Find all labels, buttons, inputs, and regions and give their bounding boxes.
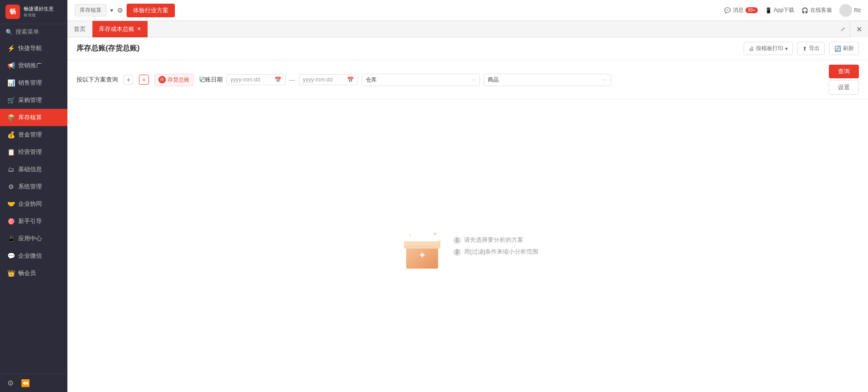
warehouse-field[interactable]: 仓库 ··· [362, 74, 480, 86]
topbar-right: 💬 消息 99+ 📱 App下载 🎧 在线客服 Rit [724, 4, 861, 17]
empty-illustration: ✦ ✦ ✦ ✦ [397, 223, 443, 269]
date-start-placeholder: yyyy-mm-dd [230, 76, 273, 83]
empty-tips: 1 请先选择要分析的方案 2 用[过滤]条件来缩小分析范围 [454, 234, 539, 258]
export-button[interactable]: ⬆ 导出 [797, 42, 825, 55]
sidebar-item-label: 新手引导 [18, 217, 42, 225]
tabbar-wrapper: 首页 库存成本总账 ✕ ✕ ⤢ [67, 21, 868, 37]
sidebar-item-purchase[interactable]: 🛒 采购管理 [0, 92, 67, 109]
print-template-button[interactable]: 🖨 按模板打印 ▾ [744, 42, 793, 55]
sidebar-item-inventory[interactable]: 📦 库存核算 [0, 109, 67, 126]
app-download-icon: 📱 [765, 7, 772, 14]
sidebar-item-wechat[interactable]: 💬 企业微信 [0, 247, 67, 265]
sidebar-item-system[interactable]: ⚙ 系统管理 [0, 178, 67, 195]
filter-area: 按以下方案查询 + « 存 存货总账 记账日期 yyyy-mm-dd 📅 — y… [67, 60, 868, 100]
sidebar-item-label: 系统管理 [18, 183, 42, 191]
promo-button[interactable]: 体验行业方案 [127, 4, 175, 17]
date-start-field[interactable]: yyyy-mm-dd 📅 [226, 74, 286, 85]
sidebar-item-label: 企业协同 [18, 200, 42, 208]
logo-icon: 畅 [5, 5, 20, 19]
empty-state: ✦ ✦ ✦ ✦ 1 [397, 223, 539, 269]
warehouse-more-icon[interactable]: ··· [472, 77, 476, 82]
sidebar-item-guide[interactable]: 🎯 新手引导 [0, 213, 67, 230]
tab-home[interactable]: 首页 [67, 21, 92, 37]
sidebar-item-finance[interactable]: 💰 资金管理 [0, 126, 67, 143]
user-name: Rit [854, 7, 861, 14]
tip-text-1: 请先选择要分析的方案 [464, 236, 523, 243]
page-area: 库存总账(存货总账) 🖨 按模板打印 ▾ ⬆ 导出 🔄 刷新 按以下方案查询 [67, 37, 868, 392]
sidebar-item-appstore[interactable]: 📱 应用中心 [0, 230, 67, 247]
sidebar-item-label: 企业微信 [18, 252, 42, 260]
sidebar-item-label: 营销推广 [18, 61, 42, 70]
appstore-icon: 📱 [7, 235, 15, 242]
dropdown-arrow: ▾ [785, 46, 788, 52]
sidebar-item-label: 经营管理 [18, 148, 42, 156]
breadcrumb: 库存核算 [75, 4, 107, 16]
tab-home-label: 首页 [74, 25, 86, 33]
date-separator: — [289, 76, 295, 83]
panel-expand-button[interactable]: ⤢ [836, 21, 850, 37]
refresh-button[interactable]: 🔄 刷新 [829, 42, 859, 55]
inventory-icon: 📦 [7, 114, 15, 121]
service-icon: 🎧 [802, 7, 808, 14]
wechat-icon: 💬 [7, 252, 15, 260]
sidebar-item-label: 资金管理 [18, 131, 42, 139]
quick-nav-icon: ⚡ [7, 45, 15, 52]
export-label: 导出 [809, 45, 820, 52]
operations-icon: 📋 [7, 148, 15, 156]
app-logo: 畅 畅捷通好生意 标准版 [0, 0, 67, 24]
filter-settings-button[interactable]: 设置 [829, 80, 859, 95]
finance-icon: 💰 [7, 131, 15, 138]
system-icon: ⚙ [7, 183, 15, 190]
sidebar-item-label: 销售管理 [18, 79, 42, 87]
calendar-end-icon[interactable]: 📅 [347, 76, 354, 83]
goods-field[interactable]: 商品 ··· [484, 74, 611, 86]
calendar-start-icon[interactable]: 📅 [275, 76, 281, 83]
sidebar-item-label: 基础信息 [18, 165, 42, 173]
dropdown-icon[interactable]: ▾ [110, 7, 113, 14]
sidebar-item-cooperation[interactable]: 🤝 企业协同 [0, 195, 67, 213]
topbar-settings-icon[interactable]: ⚙ [117, 6, 123, 15]
sidebar-item-label: 畅会员 [18, 269, 36, 277]
filter-add-button[interactable]: + [123, 75, 133, 85]
collapse-icon[interactable]: ⏪ [21, 379, 30, 387]
topbar: 库存核算 ▾ ⚙ 体验行业方案 💬 消息 99+ 📱 App下载 🎧 在线客服 [67, 0, 868, 21]
message-badge: 99+ [745, 7, 758, 13]
sidebar-item-quick-nav[interactable]: ⚡ 快捷导航 [0, 40, 67, 57]
warehouse-label: 仓库 [366, 76, 377, 84]
sidebar-item-sales[interactable]: 📊 销售管理 [0, 74, 67, 92]
goods-more-icon[interactable]: ··· [603, 77, 607, 82]
online-service-label: 在线客服 [810, 6, 832, 14]
sidebar-item-operations[interactable]: 📋 经营管理 [0, 143, 67, 161]
svg-text:✦: ✦ [408, 233, 412, 238]
message-icon: 💬 [724, 7, 731, 14]
sidebar-item-marketing[interactable]: 📢 营销推广 [0, 57, 67, 74]
user-area[interactable]: Rit [839, 4, 861, 17]
sidebar-search[interactable]: 🔍 搜索菜单 [0, 24, 67, 40]
query-button[interactable]: 查询 [829, 65, 859, 78]
filter-collapse-button[interactable]: « [139, 75, 149, 85]
app-download-button[interactable]: 📱 App下载 [765, 6, 794, 14]
app-name: 畅捷通好生意 [24, 5, 54, 12]
message-button[interactable]: 💬 消息 99+ [724, 6, 758, 14]
print-template-label: 按模板打印 [756, 45, 783, 52]
settings-icon[interactable]: ⚙ [7, 379, 14, 387]
search-icon: 🔍 [5, 29, 13, 36]
empty-tip-1: 1 请先选择要分析的方案 [454, 234, 539, 246]
svg-text:✦: ✦ [437, 239, 440, 243]
page-actions: 🖨 按模板打印 ▾ ⬆ 导出 🔄 刷新 [744, 42, 859, 55]
tab-close-icon[interactable]: ✕ [137, 26, 141, 32]
empty-tip-2: 2 用[过滤]条件来缩小分析范围 [454, 246, 539, 258]
topbar-nav: 库存核算 ▾ ⚙ 体验行业方案 [75, 4, 720, 17]
tab-inventory-ledger-label: 库存成本总账 [99, 25, 134, 33]
date-end-field[interactable]: yyyy-mm-dd 📅 [299, 74, 358, 85]
panel-close-button[interactable]: ✕ [850, 21, 868, 37]
sales-icon: 📊 [7, 79, 15, 87]
cooperation-icon: 🤝 [7, 200, 15, 208]
message-label: 消息 [733, 6, 744, 14]
sidebar-item-vip[interactable]: 👑 畅会员 [0, 265, 67, 282]
sidebar-item-label: 应用中心 [18, 234, 42, 243]
tab-inventory-ledger[interactable]: 库存成本总账 ✕ [92, 21, 148, 37]
online-service-button[interactable]: 🎧 在线客服 [802, 6, 832, 14]
sidebar-bottom: ⚙ ⏪ [0, 374, 67, 392]
sidebar-item-basic[interactable]: 🗂 基础信息 [0, 161, 67, 178]
